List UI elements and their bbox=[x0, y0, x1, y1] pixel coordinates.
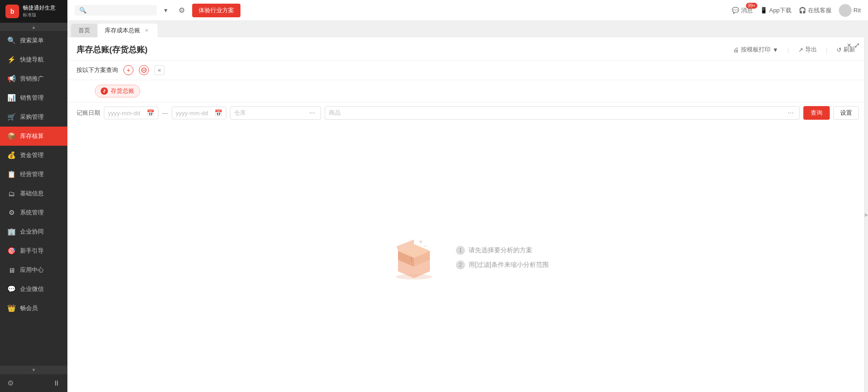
operation-icon: 📋 bbox=[7, 170, 15, 178]
filter-row: 存货总账 bbox=[67, 80, 868, 102]
date-end-placeholder: yyyy-mm-dd bbox=[176, 110, 208, 117]
tab-inventory-ledger-label: 库存成本总账 bbox=[105, 26, 140, 35]
trial-btn[interactable]: 体验行业方案 bbox=[192, 4, 240, 17]
sidebar-item-operation[interactable]: 📋 经营管理 bbox=[0, 165, 67, 184]
right-collapse-panel[interactable]: ▶ bbox=[864, 37, 868, 392]
sidebar-item-wechat[interactable]: 💬 企业微信 bbox=[0, 280, 67, 299]
topbar-search[interactable]: 🔍 bbox=[75, 5, 157, 15]
filter-collapse-btn[interactable]: « bbox=[154, 65, 164, 75]
scheme-icon bbox=[101, 87, 108, 95]
app-name: 畅捷通好生意 bbox=[23, 5, 56, 12]
sidebar-item-base-info[interactable]: 🗂 基础信息 bbox=[0, 184, 67, 203]
scheme-label: 存货总账 bbox=[111, 87, 134, 95]
topbar-gear-btn[interactable]: ⚙ bbox=[175, 4, 189, 17]
sidebar-item-finance[interactable]: 💰 资金管理 bbox=[0, 146, 67, 165]
sidebar-scroll-up[interactable]: ▲ bbox=[0, 23, 67, 31]
sidebar-item-purchase[interactable]: 🛒 采购管理 bbox=[0, 107, 67, 127]
filter-bar: 按以下方案查询 + « bbox=[67, 61, 868, 80]
panel-close-btn[interactable]: × bbox=[847, 41, 851, 50]
sidebar-nav: 🔍 搜索菜单 ⚡ 快捷导航 📢 营销推广 📊 销售管理 🛒 采购管理 📦 库存核… bbox=[0, 31, 67, 366]
sidebar-item-sales[interactable]: 📊 销售管理 bbox=[0, 88, 67, 107]
tab-close-btn[interactable]: × bbox=[143, 27, 150, 34]
sidebar-item-label: 销售管理 bbox=[20, 94, 44, 102]
sidebar-item-app-center[interactable]: 🖥 应用中心 bbox=[0, 260, 67, 280]
calendar-icon-end: 📅 bbox=[214, 109, 222, 117]
wechat-icon: 💬 bbox=[7, 285, 15, 293]
filter-del-btn[interactable] bbox=[139, 65, 149, 75]
sidebar-item-enterprise[interactable]: 🏢 企业协同 bbox=[0, 222, 67, 241]
sidebar-item-marketing[interactable]: 📢 营销推广 bbox=[0, 69, 67, 88]
sidebar-scroll-down[interactable]: ▼ bbox=[0, 366, 67, 374]
tip-item-1: 1 请先选择要分析的方案 bbox=[456, 246, 549, 255]
sidebar-item-guide[interactable]: 🎯 新手引导 bbox=[0, 241, 67, 260]
app-center-icon: 🖥 bbox=[7, 266, 15, 274]
export-label: 导出 bbox=[805, 46, 817, 54]
empty-state: ! 1 请先选择要分析的方案 2 用[过滤]条件来缩小分析范围 bbox=[67, 123, 868, 392]
goods-more-icon: ··· bbox=[786, 109, 796, 117]
tip-num-1: 1 bbox=[456, 246, 465, 255]
topbar-dropdown-btn[interactable]: ▼ bbox=[160, 5, 171, 16]
warehouse-input[interactable]: 仓库 ··· bbox=[230, 106, 321, 120]
app-download-label: App下载 bbox=[769, 6, 791, 15]
message-btn[interactable]: 💬 消息 99+ bbox=[732, 6, 753, 15]
tab-home-label: 首页 bbox=[78, 26, 90, 35]
tab-inventory-ledger[interactable]: 库存成本总账 × bbox=[97, 24, 158, 37]
goods-input[interactable]: 商品 ··· bbox=[325, 106, 800, 120]
tab-home[interactable]: 首页 bbox=[71, 24, 97, 37]
sidebar-item-label: 营销推广 bbox=[20, 75, 44, 83]
sidebar: b 畅捷通好生意 标准版 ▲ 🔍 搜索菜单 ⚡ 快捷导航 📢 营销推广 📊 销售… bbox=[0, 0, 67, 392]
print-btn[interactable]: 🖨 按模板打印 ▼ bbox=[730, 44, 782, 56]
action-sep-2: | bbox=[826, 46, 827, 53]
sidebar-item-system[interactable]: ⚙ 系统管理 bbox=[0, 203, 67, 222]
date-start-input[interactable]: yyyy-mm-dd 📅 bbox=[104, 107, 158, 119]
sidebar-item-label: 企业协同 bbox=[20, 228, 44, 236]
online-service-btn[interactable]: 🎧 在线客服 bbox=[799, 6, 832, 15]
user-name: Rit bbox=[853, 7, 861, 14]
user-info[interactable]: Rit bbox=[839, 4, 861, 17]
calendar-icon-start: 📅 bbox=[147, 109, 154, 117]
member-icon: 👑 bbox=[7, 304, 15, 312]
refresh-icon: ↺ bbox=[837, 46, 842, 53]
sidebar-footer: ⚙ ⏸ bbox=[0, 374, 67, 392]
sidebar-item-label: 畅会员 bbox=[20, 304, 38, 312]
sales-icon: 📊 bbox=[7, 94, 15, 102]
print-label: 按模板打印 bbox=[741, 46, 771, 54]
warehouse-label: 仓库 bbox=[234, 109, 246, 117]
page-header: 库存总账(存货总账) 🖨 按模板打印 ▼ | ↗ 导出 | ↺ 刷新 bbox=[67, 37, 868, 61]
sidebar-item-label: 新手引导 bbox=[20, 247, 44, 255]
panel-expand-btn[interactable]: ⤢ bbox=[854, 41, 860, 50]
svg-point-9 bbox=[424, 245, 426, 247]
sidebar-item-label: 资金管理 bbox=[20, 151, 44, 159]
app-download-btn[interactable]: 📱 App下载 bbox=[760, 6, 791, 15]
tip-text-2: 用[过滤]条件来缩小分析范围 bbox=[469, 261, 549, 269]
filter-add-btn[interactable]: + bbox=[123, 65, 133, 75]
sidebar-item-member[interactable]: 👑 畅会员 bbox=[0, 299, 67, 318]
inventory-icon: 📦 bbox=[7, 132, 15, 140]
sidebar-toggle-icon[interactable]: ⏸ bbox=[53, 379, 60, 387]
query-fields: 记账日期 yyyy-mm-dd 📅 — yyyy-mm-dd 📅 仓库 ··· … bbox=[67, 102, 868, 123]
date-separator: — bbox=[162, 110, 168, 117]
sidebar-item-search[interactable]: 🔍 搜索菜单 bbox=[0, 31, 67, 50]
export-btn[interactable]: ↗ 导出 bbox=[795, 44, 821, 56]
system-icon: ⚙ bbox=[7, 209, 15, 217]
empty-box-svg: ! bbox=[387, 235, 441, 280]
sidebar-item-quick-nav[interactable]: ⚡ 快捷导航 bbox=[0, 50, 67, 69]
tabbar: 首页 库存成本总账 × bbox=[67, 21, 868, 37]
query-btn[interactable]: 查询 bbox=[803, 106, 830, 120]
date-end-input[interactable]: yyyy-mm-dd 📅 bbox=[172, 107, 226, 119]
settings-footer-icon[interactable]: ⚙ bbox=[7, 379, 14, 387]
goods-label: 商品 bbox=[329, 109, 341, 117]
settings-btn[interactable]: 设置 bbox=[833, 106, 859, 120]
print-dropdown-icon: ▼ bbox=[772, 46, 778, 53]
quick-nav-icon: ⚡ bbox=[7, 56, 15, 64]
guide-icon: 🎯 bbox=[7, 247, 15, 255]
sidebar-item-inventory[interactable]: 📦 库存核算 bbox=[0, 127, 67, 146]
online-service-label: 在线客服 bbox=[808, 6, 832, 15]
base-info-icon: 🗂 bbox=[7, 189, 15, 198]
page-title: 库存总账(存货总账) bbox=[77, 44, 148, 55]
sidebar-item-label: 应用中心 bbox=[20, 266, 44, 274]
search-icon: 🔍 bbox=[7, 36, 15, 45]
logo-icon: b bbox=[5, 5, 19, 18]
recycle-icon bbox=[102, 89, 107, 93]
scheme-tag[interactable]: 存货总账 bbox=[95, 85, 140, 97]
